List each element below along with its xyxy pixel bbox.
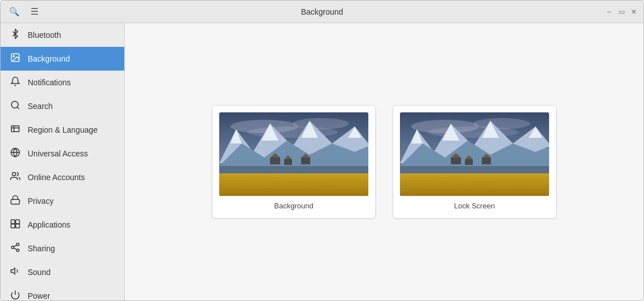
titlebar-title: Background <box>301 7 343 16</box>
power-icon <box>10 290 21 300</box>
titlebar-search-icon[interactable]: 🔍 <box>6 4 22 20</box>
svg-rect-37 <box>284 159 292 165</box>
bluetooth-icon <box>10 29 21 41</box>
sidebar-label-region: Region & Language <box>28 125 98 134</box>
svg-point-14 <box>11 246 14 249</box>
sidebar-label-privacy: Privacy <box>28 197 54 206</box>
sidebar-label-power: Power <box>28 291 50 300</box>
sidebar: Bluetooth Background <box>1 23 125 300</box>
background-icon <box>10 53 21 65</box>
svg-rect-39 <box>301 158 310 164</box>
main-content: Bluetooth Background <box>1 23 643 300</box>
settings-window: 🔍 ☰ Background – ▭ ✕ Bluetooth <box>0 0 644 301</box>
content-area: Background <box>125 23 643 300</box>
sidebar-item-applications[interactable]: Applications <box>1 213 124 237</box>
svg-rect-12 <box>16 224 20 228</box>
svg-rect-35 <box>270 158 280 164</box>
close-button[interactable]: ✕ <box>630 8 638 16</box>
sidebar-label-sound: Sound <box>28 268 50 277</box>
universal-access-icon <box>10 147 21 160</box>
svg-rect-10 <box>16 220 20 224</box>
sidebar-item-sharing[interactable]: Sharing <box>1 237 124 260</box>
online-accounts-icon <box>10 171 21 184</box>
background-card[interactable]: Background <box>212 105 376 219</box>
privacy-icon <box>10 195 21 207</box>
titlebar: 🔍 ☰ Background – ▭ ✕ <box>1 1 643 23</box>
svg-rect-57 <box>451 158 461 164</box>
svg-rect-63 <box>400 173 549 196</box>
sidebar-item-sound[interactable]: Sound <box>1 260 124 284</box>
svg-line-17 <box>14 245 16 247</box>
sidebar-item-universal-access[interactable]: Universal Access <box>1 142 124 165</box>
lock-screen-card-label: Lock Screen <box>454 202 495 210</box>
sidebar-label-background: Background <box>28 54 70 63</box>
svg-point-2 <box>11 101 18 108</box>
background-card-label: Background <box>274 202 313 210</box>
sidebar-item-privacy[interactable]: Privacy <box>1 189 124 213</box>
svg-line-3 <box>17 107 19 108</box>
sound-icon <box>10 266 21 278</box>
svg-rect-61 <box>482 158 491 164</box>
background-image <box>219 112 368 196</box>
svg-rect-56 <box>400 166 549 175</box>
svg-line-16 <box>14 248 16 250</box>
sidebar-label-notifications: Notifications <box>28 78 71 87</box>
sidebar-item-bluetooth[interactable]: Bluetooth <box>1 23 124 47</box>
applications-icon <box>10 219 21 231</box>
cards-container: Background <box>212 105 556 219</box>
sidebar-label-online: Online Accounts <box>28 173 85 182</box>
titlebar-left: 🔍 ☰ <box>6 4 42 20</box>
svg-point-13 <box>16 243 19 246</box>
svg-point-7 <box>12 172 16 176</box>
titlebar-menu-button[interactable]: ☰ <box>27 4 42 20</box>
sidebar-item-search[interactable]: Search <box>1 94 124 118</box>
sidebar-label-bluetooth: Bluetooth <box>28 30 61 40</box>
svg-rect-4 <box>11 126 19 132</box>
svg-rect-34 <box>219 166 368 175</box>
sidebar-label-sharing: Sharing <box>28 244 55 253</box>
svg-rect-11 <box>11 224 15 228</box>
sidebar-item-notifications[interactable]: Notifications <box>1 71 124 94</box>
svg-point-1 <box>13 55 14 56</box>
region-icon <box>10 124 21 136</box>
sidebar-label-applications: Applications <box>28 220 71 229</box>
notifications-icon <box>10 76 21 89</box>
sidebar-item-power[interactable]: Power <box>1 284 124 300</box>
svg-rect-8 <box>11 199 20 204</box>
sidebar-item-online-accounts[interactable]: Online Accounts <box>1 165 124 189</box>
sidebar-item-background[interactable]: Background <box>1 47 124 71</box>
svg-rect-59 <box>465 159 473 165</box>
titlebar-controls: – ▭ ✕ <box>605 8 638 16</box>
search-icon <box>10 100 21 112</box>
maximize-button[interactable]: ▭ <box>617 8 625 16</box>
sidebar-label-universal: Universal Access <box>28 149 88 158</box>
svg-rect-9 <box>11 220 15 224</box>
minimize-button[interactable]: – <box>605 8 613 16</box>
svg-point-15 <box>16 249 19 252</box>
sharing-icon <box>10 242 21 255</box>
lock-screen-image <box>400 112 549 196</box>
sidebar-item-region-language[interactable]: Region & Language <box>1 118 124 142</box>
lock-screen-card[interactable]: Lock Screen <box>393 105 556 219</box>
svg-marker-18 <box>11 268 15 274</box>
sidebar-label-search: Search <box>28 102 53 111</box>
svg-rect-41 <box>219 173 368 196</box>
